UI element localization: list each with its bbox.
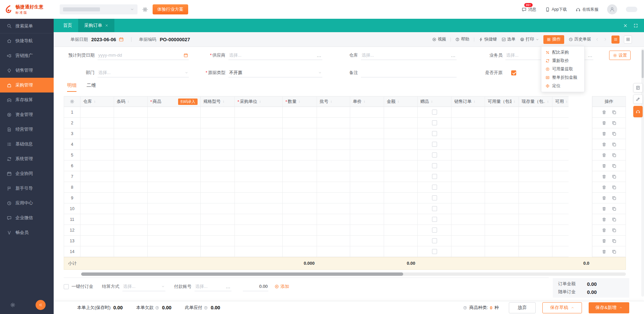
cell-warehouse[interactable] <box>80 150 114 161</box>
vertical-scrollbar-thumb[interactable] <box>642 50 644 78</box>
cell-warehouse[interactable] <box>80 193 114 203</box>
sidebar-item-7[interactable]: 资金管理 <box>0 107 54 122</box>
copy-row-icon[interactable] <box>612 142 616 147</box>
cell-unit[interactable] <box>235 161 283 171</box>
print-button[interactable]: 打印 <box>520 37 539 42</box>
cell-product[interactable] <box>148 161 201 171</box>
cell-qty[interactable] <box>283 236 317 246</box>
cell-warehouse[interactable] <box>80 203 114 214</box>
gift-checkbox[interactable] <box>432 206 437 211</box>
cell-barcode[interactable] <box>114 182 148 193</box>
online-service-button[interactable]: 在线客服 <box>576 7 598 12</box>
column-header-stock_pack[interactable]: 现存量（包... <box>519 96 552 107</box>
cell-spec[interactable] <box>201 214 235 225</box>
cell-product[interactable] <box>148 214 201 225</box>
cell-warehouse[interactable] <box>80 246 114 257</box>
cell-barcode[interactable] <box>114 118 148 128</box>
tab-home[interactable]: 首页 <box>57 19 78 32</box>
gift-checkbox[interactable] <box>432 110 437 115</box>
cell-amount[interactable] <box>384 128 418 139</box>
cell-unit[interactable] <box>235 150 283 161</box>
cell-batch[interactable] <box>317 203 350 214</box>
cell-qty[interactable] <box>283 107 317 118</box>
cell-sale_order[interactable] <box>451 139 485 150</box>
cell-product[interactable] <box>148 182 201 193</box>
cell-stock_pack[interactable] <box>519 214 552 225</box>
sidebar-item-14[interactable]: 企业微信 <box>0 210 54 225</box>
warehouse-select[interactable]: 选择... … <box>361 51 457 60</box>
column-header-unit[interactable]: *采购单位 <box>235 96 283 107</box>
cell-qty[interactable] <box>283 139 317 150</box>
operate-menu-item-3[interactable]: 可用量提取 <box>541 65 584 73</box>
cell-barcode[interactable] <box>114 236 148 246</box>
cell-available_pack[interactable] <box>485 214 519 225</box>
next-doc-icon[interactable] <box>603 38 607 41</box>
cell-available_pack[interactable] <box>485 161 519 171</box>
cell-warehouse[interactable] <box>80 128 114 139</box>
operate-menu-item-4[interactable]: 整单折扣金额 <box>541 73 584 82</box>
sort-icon[interactable] <box>127 100 130 103</box>
copy-row-icon[interactable] <box>612 121 616 125</box>
cell-available[interactable] <box>552 171 569 182</box>
horizontal-scrollbar-thumb[interactable] <box>81 272 403 276</box>
cell-gift[interactable] <box>418 236 451 246</box>
cell-stock_pack[interactable] <box>519 161 552 171</box>
sidebar-item-12[interactable]: 新手引导 <box>0 181 54 196</box>
cell-stock_pack[interactable] <box>519 203 552 214</box>
gift-checkbox[interactable] <box>432 238 437 243</box>
sidebar-item-11[interactable]: 企业协同 <box>0 166 54 181</box>
copy-row-icon[interactable] <box>612 185 616 190</box>
gift-checkbox[interactable] <box>432 228 437 233</box>
cell-amount[interactable] <box>384 171 418 182</box>
cell-gift[interactable] <box>418 118 451 128</box>
delete-row-icon[interactable] <box>602 110 606 115</box>
cell-gift[interactable] <box>418 150 451 161</box>
cell-price[interactable] <box>350 225 384 236</box>
cell-barcode[interactable] <box>114 214 148 225</box>
info-icon[interactable] <box>204 306 208 310</box>
sidebar-item-10[interactable]: 系统管理 <box>0 151 54 166</box>
cell-barcode[interactable] <box>114 139 148 150</box>
cell-warehouse[interactable] <box>80 214 114 225</box>
warehouse-more-button[interactable]: … <box>451 53 456 58</box>
sidebar-item-9[interactable]: 基础信息 <box>0 137 54 151</box>
cell-spec[interactable] <box>201 139 235 150</box>
cell-qty[interactable] <box>283 214 317 225</box>
operate-menu-item-5[interactable]: 定位 <box>541 82 584 90</box>
invoice-checkbox[interactable] <box>511 70 516 75</box>
cell-warehouse[interactable] <box>80 225 114 236</box>
cell-spec[interactable] <box>201 128 235 139</box>
cell-price[interactable] <box>350 171 384 182</box>
cell-available_pack[interactable] <box>485 182 519 193</box>
cell-price[interactable] <box>350 246 384 257</box>
delete-row-icon[interactable] <box>602 206 606 211</box>
cell-qty[interactable] <box>283 161 317 171</box>
column-header-amount[interactable]: 金额 <box>384 96 418 107</box>
calendar-icon[interactable] <box>119 37 124 42</box>
delete-row-icon[interactable] <box>602 196 606 200</box>
expected-date-input[interactable]: yyyy-mm-dd <box>98 51 189 60</box>
cell-stock_pack[interactable] <box>519 107 552 118</box>
trial-industry-button[interactable]: 体验行业方案 <box>153 4 188 14</box>
cell-available_pack[interactable] <box>485 139 519 150</box>
cell-warehouse[interactable] <box>80 161 114 171</box>
cell-stock_pack[interactable] <box>519 139 552 150</box>
pick-order-button[interactable]: 选单 <box>501 37 516 42</box>
tab-detail[interactable]: 明细 <box>67 82 76 92</box>
cell-unit[interactable] <box>235 225 283 236</box>
cell-available_pack[interactable] <box>485 246 519 257</box>
cell-unit[interactable] <box>235 246 283 257</box>
cell-product[interactable] <box>148 193 201 203</box>
sidebar-item-5[interactable]: 采购管理 <box>0 78 54 92</box>
cell-barcode[interactable] <box>114 161 148 171</box>
sort-icon[interactable] <box>93 100 96 103</box>
gift-checkbox[interactable] <box>432 217 437 222</box>
cell-batch[interactable] <box>317 118 350 128</box>
cell-price[interactable] <box>350 193 384 203</box>
cell-available[interactable] <box>552 236 569 246</box>
cell-warehouse[interactable] <box>80 118 114 128</box>
column-header-price[interactable]: 单价 <box>350 96 384 107</box>
column-header-qty[interactable]: *数量 <box>283 96 317 107</box>
cell-product[interactable] <box>148 139 201 150</box>
copy-row-icon[interactable] <box>612 110 616 115</box>
